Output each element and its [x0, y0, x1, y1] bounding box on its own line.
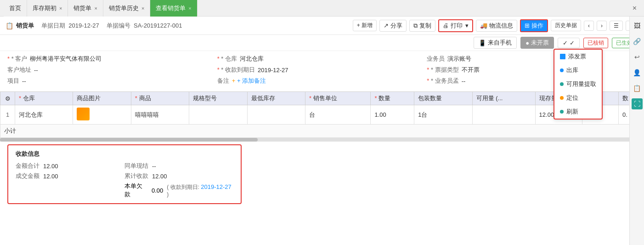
prev-button[interactable]: ‹: [584, 21, 594, 31]
same-order-value: --: [152, 163, 156, 170]
sidebar-expand-icon[interactable]: ⛶: [632, 98, 643, 109]
window-close-button[interactable]: ×: [629, 4, 640, 12]
ops-button[interactable]: ⊞ 操作: [520, 19, 548, 32]
number-label: 单据编号 SA-20191227-001: [107, 22, 182, 30]
address-value: --: [34, 67, 38, 74]
dropdown-arrow: ▾: [465, 22, 469, 29]
due-date-link[interactable]: 2019-12-27: [201, 183, 232, 190]
ops-icon: ⊞: [525, 22, 530, 29]
tab-close-inventory[interactable]: ×: [59, 6, 62, 11]
row-quantity: 1.00: [371, 105, 414, 125]
col-quantity: * 数量: [371, 92, 414, 105]
sidebar-image-icon[interactable]: 🖼: [632, 20, 643, 31]
transaction-amount-item: 成交金额 12.00: [16, 172, 124, 180]
staff2-field: * * 业务员孟 --: [427, 77, 637, 85]
tab-close-sales[interactable]: ×: [94, 6, 97, 11]
outbound-icon: [560, 68, 564, 72]
sidebar-user-icon[interactable]: 👤: [632, 67, 643, 78]
warehouse-value: 河北仓库: [240, 55, 264, 63]
total-amount-item: 金额合计 12.00: [16, 162, 124, 170]
due-date-note: ( 收款到期日: 2019-12-27 ): [167, 183, 233, 198]
staff2-value: --: [462, 78, 466, 85]
document-header: 📋 销货单 单据日期 2019-12-27 单据编号 SA-20191227-0…: [0, 17, 644, 35]
new-button[interactable]: + 新增: [353, 20, 377, 31]
current-debt-value: 0.00: [152, 187, 163, 194]
not-open-button[interactable]: ● 未开票: [520, 37, 554, 49]
project-value: --: [22, 78, 26, 85]
payment-date-field: * * 收款到期日 2019-12-27: [217, 66, 427, 74]
row-num: 1: [0, 105, 15, 125]
row-available: [472, 105, 535, 125]
date-label: 单据日期 2019-12-27: [41, 22, 99, 30]
tab-home[interactable]: 首页: [4, 0, 27, 17]
row-product-img: [73, 105, 131, 125]
verify-button[interactable]: ✓ ✓: [558, 38, 580, 48]
tab-sales-history[interactable]: 销货单历史 ×: [103, 0, 150, 17]
dropdown-locate[interactable]: 定位: [554, 91, 602, 105]
product-image: [77, 108, 90, 120]
check-icon: ✓: [563, 40, 568, 46]
toolbar: + 新增 ↗ 分享 ⧉ 复制 🖨 打印 ▾ 🚚 物流信息 ⊞ 操作: [353, 19, 638, 32]
circle-icon: ●: [525, 40, 529, 46]
payment-date-value: 2019-12-27: [258, 67, 288, 74]
row-pack-qty: 1台: [414, 105, 472, 125]
add-note-button[interactable]: + + 添加备注: [232, 77, 266, 85]
scrollbar-thumb[interactable]: [0, 138, 258, 142]
row-spec: [189, 105, 247, 125]
share-button[interactable]: ↗ 分享: [379, 20, 407, 32]
from-phone-button[interactable]: 📱 来自手机: [474, 37, 517, 49]
col-available: 可用量 (...: [472, 92, 535, 105]
address-field: 客户地址 --: [7, 66, 217, 74]
sold-badge: 已核销: [583, 38, 608, 48]
doc-title: 📋 销货单: [6, 22, 34, 30]
dropdown-outbound[interactable]: 出库: [554, 63, 602, 77]
transaction-amount-value: 12.00: [43, 173, 58, 180]
share-icon: ↗: [384, 22, 389, 29]
action-row: 📱 来自手机 ● 未开票 ✓ ✓ 已核销 已生效: [0, 35, 644, 51]
tab-sales-order[interactable]: 销货单 ×: [68, 0, 103, 17]
doc-icon: 📋: [6, 22, 13, 29]
sidebar-doc-icon[interactable]: 📋: [632, 83, 643, 94]
staff-field: 业务员 演示账号: [427, 55, 637, 63]
sidebar-link-icon[interactable]: 🔗: [632, 36, 643, 47]
tab-view-sales[interactable]: 查看销货单 ×: [150, 0, 197, 17]
refresh-icon: [560, 110, 564, 114]
form-row-2: 客户地址 -- * * 收款到期日 2019-12-27 * * 票据类型 不开…: [7, 66, 637, 74]
col-gear: ⚙: [0, 92, 15, 105]
total-amount-value: 12.00: [43, 163, 58, 170]
product-table: ⚙ * 仓库 商品图片 * 商品 规格型号 最低库存 * 销售单位 * 数量 包…: [0, 91, 644, 138]
summary-title: 收款信息: [16, 150, 233, 158]
form-row-3: 项目 -- 备注 + + 添加备注 * * 业务员孟 --: [7, 77, 637, 85]
row-warehouse: 河北仓库: [15, 105, 73, 125]
history-button[interactable]: 历史单据: [551, 20, 581, 31]
truck-icon: 🚚: [480, 22, 487, 29]
col-sales-unit: * 销售单位: [305, 92, 371, 105]
col-product-img: 商品图片: [73, 92, 131, 105]
summary-box: 收款信息 金额合计 12.00 同单现结 -- 成交金额 12.00 累计收款 …: [7, 144, 242, 204]
horizontal-scrollbar[interactable]: [0, 138, 644, 142]
row-product: 嘻嘻嘻嘻: [131, 105, 189, 125]
warehouse-field: * * 仓库 河北仓库: [217, 55, 427, 63]
copy-button[interactable]: ⧉ 复制: [409, 20, 435, 32]
staff-value: 演示账号: [447, 55, 471, 63]
dropdown-quantity-pick[interactable]: 可用量提取: [554, 77, 602, 91]
tab-inventory-init[interactable]: 库存期初 ×: [27, 0, 68, 17]
main-content: 📋 销货单 单据日期 2019-12-27 单据编号 SA-20191227-0…: [0, 17, 644, 245]
dropdown-refresh[interactable]: 刷新: [554, 105, 602, 119]
dropdown-add-invoice[interactable]: 添发票: [554, 50, 602, 63]
tab-close-view[interactable]: ×: [188, 6, 191, 11]
col-warehouse: * 仓库: [15, 92, 73, 105]
tab-close-history[interactable]: ×: [141, 6, 144, 11]
print-button[interactable]: 🖨 打印 ▾: [438, 19, 473, 32]
sidebar-back-icon[interactable]: ↩: [632, 51, 643, 63]
col-min-stock: 最低库存: [247, 92, 305, 105]
row-min-stock: [247, 105, 305, 125]
ops-dropdown: 添发票 出库 可用量提取 定位 刷新: [554, 49, 603, 120]
locate-icon: [560, 96, 564, 100]
add-invoice-icon: [560, 54, 565, 59]
tab-bar: 首页 库存期初 × 销货单 × 销货单历史 × 查看销货单 × ×: [0, 0, 644, 17]
list-view-button[interactable]: ☰: [610, 21, 623, 31]
logistics-button[interactable]: 🚚 物流信息: [476, 20, 517, 32]
next-button[interactable]: ›: [597, 21, 607, 31]
phone-icon: 📱: [479, 40, 486, 46]
